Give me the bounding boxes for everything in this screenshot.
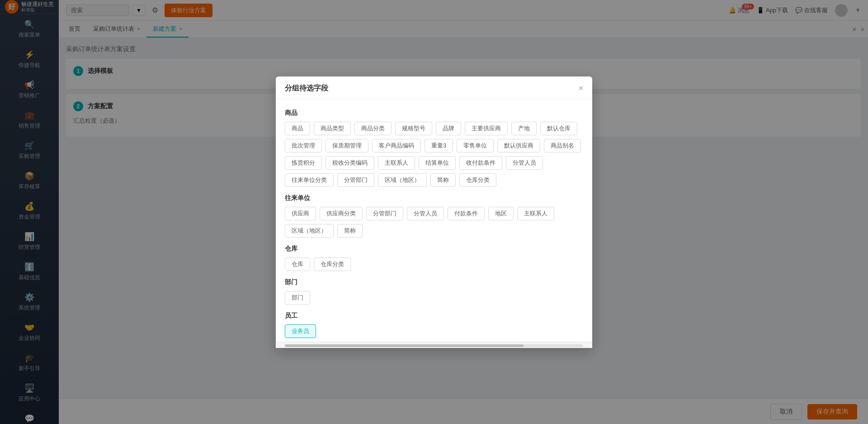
section-tags-2: 仓库仓库分类	[285, 257, 583, 271]
modal-overlay[interactable]: 分组待选字段 × 商品商品商品类型商品分类规格型号品牌主要供应商产地默认仓库批次…	[0, 0, 868, 424]
modal-title: 分组待选字段	[285, 84, 328, 93]
field-tag-0-4[interactable]: 品牌	[436, 122, 461, 135]
section-tags-3: 部门	[285, 291, 583, 305]
field-tag-0-21[interactable]: 往来单位分类	[285, 173, 334, 187]
field-tag-0-23[interactable]: 区域（地区）	[378, 173, 427, 187]
section-tags-4: 业务员	[285, 324, 583, 338]
section-title-4: 员工	[285, 312, 583, 320]
field-tag-0-19[interactable]: 收付款条件	[459, 156, 502, 170]
field-tag-2-0[interactable]: 仓库	[285, 257, 310, 271]
field-tag-1-8[interactable]: 简称	[337, 224, 363, 238]
field-tag-0-12[interactable]: 零售单位	[457, 139, 494, 152]
section-title-2: 仓库	[285, 245, 583, 253]
field-tag-1-7[interactable]: 区域（地区）	[285, 224, 334, 238]
field-tag-0-14[interactable]: 商品别名	[544, 139, 581, 152]
section-title-3: 部门	[285, 278, 583, 286]
field-tag-0-1[interactable]: 商品类型	[314, 122, 351, 135]
field-tag-1-2[interactable]: 分管部门	[366, 207, 403, 220]
field-tag-1-5[interactable]: 地区	[488, 207, 514, 220]
field-tag-2-1[interactable]: 仓库分类	[314, 257, 351, 271]
modal-body: 商品商品商品类型商品分类规格型号品牌主要供应商产地默认仓库批次管理保质期管理客户…	[276, 99, 592, 342]
field-tag-1-4[interactable]: 付款条件	[448, 207, 485, 220]
modal-dialog: 分组待选字段 × 商品商品商品类型商品分类规格型号品牌主要供应商产地默认仓库批次…	[276, 76, 592, 348]
field-tag-1-6[interactable]: 主联系人	[517, 207, 554, 220]
field-tag-0-11[interactable]: 重量3	[425, 139, 453, 152]
section-tags-0: 商品商品类型商品分类规格型号品牌主要供应商产地默认仓库批次管理保质期管理客户商品…	[285, 122, 583, 187]
field-tag-0-22[interactable]: 分管部门	[337, 173, 374, 187]
field-tag-1-3[interactable]: 分管人员	[407, 207, 444, 220]
field-tag-0-6[interactable]: 产地	[511, 122, 537, 135]
field-tag-3-0[interactable]: 部门	[285, 291, 310, 305]
field-tag-0-10[interactable]: 客户商品编码	[372, 139, 421, 152]
field-tag-0-3[interactable]: 规格型号	[395, 122, 432, 135]
section-title-0: 商品	[285, 109, 583, 117]
field-tag-0-0[interactable]: 商品	[285, 122, 310, 135]
field-tag-4-0[interactable]: 业务员	[285, 324, 316, 338]
field-tag-0-16[interactable]: 税收分类编码	[326, 156, 374, 170]
section-tags-1: 供应商供应商分类分管部门分管人员付款条件地区主联系人区域（地区）简称	[285, 207, 583, 238]
field-tag-1-1[interactable]: 供应商分类	[320, 207, 363, 220]
field-tag-0-24[interactable]: 简称	[430, 173, 456, 187]
field-tag-0-8[interactable]: 批次管理	[285, 139, 322, 152]
field-tag-1-0[interactable]: 供应商	[285, 207, 316, 220]
field-tag-0-15[interactable]: 拣货积分	[285, 156, 322, 170]
field-tag-0-17[interactable]: 主联系人	[378, 156, 415, 170]
field-tag-0-13[interactable]: 默认供应商	[497, 139, 540, 152]
modal-scrollbar-track	[285, 344, 583, 347]
field-tag-0-7[interactable]: 默认仓库	[540, 122, 577, 135]
field-tag-0-5[interactable]: 主要供应商	[465, 122, 508, 135]
field-tag-0-20[interactable]: 分管人员	[506, 156, 543, 170]
field-tag-0-2[interactable]: 商品分类	[354, 122, 392, 135]
section-title-1: 往来单位	[285, 194, 583, 202]
modal-header: 分组待选字段 ×	[276, 76, 592, 99]
field-tag-0-18[interactable]: 结算单位	[419, 156, 456, 170]
modal-close-button[interactable]: ×	[578, 84, 583, 93]
modal-scrollbar-thumb[interactable]	[285, 344, 524, 347]
field-tag-0-25[interactable]: 仓库分类	[459, 173, 496, 187]
field-tag-0-9[interactable]: 保质期管理	[326, 139, 368, 152]
modal-scrollbar-area	[276, 342, 592, 348]
